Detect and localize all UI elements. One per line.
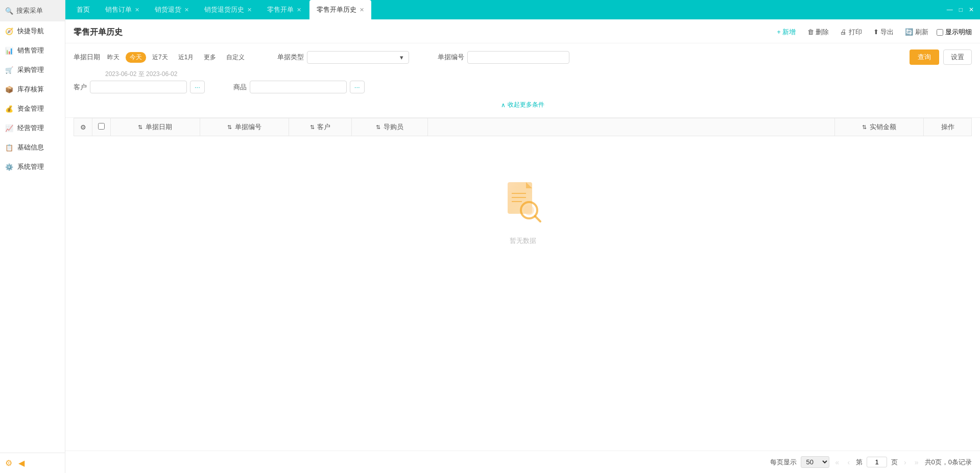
table-date-col[interactable]: 单据日期: [111, 118, 200, 136]
page-first-btn[interactable]: «: [833, 457, 842, 467]
table-settings-col[interactable]: ⚙: [74, 118, 92, 136]
page-unit: 页: [891, 458, 898, 467]
tab-retail-open-history[interactable]: 零售开单历史 ✕: [309, 0, 371, 19]
sidebar-item-quick-nav[interactable]: 🧭 快捷导航: [0, 21, 65, 41]
table-amount-col-label: 实销金额: [870, 123, 896, 131]
print-button[interactable]: 🖨 打印: [837, 26, 865, 39]
sidebar-item-inventory[interactable]: 📦 库存核算: [0, 80, 65, 99]
sidebar-item-sales-mgmt[interactable]: 📊 销售管理: [0, 41, 65, 60]
export-button[interactable]: ⬆ 导出: [870, 26, 897, 39]
table-checkbox-col[interactable]: [92, 118, 111, 136]
tab-sales-return-history[interactable]: 销货退货历史 ✕: [197, 0, 259, 19]
sort-date-icon: [138, 123, 144, 131]
table-settings-icon[interactable]: ⚙: [80, 123, 86, 131]
sort-customer-icon: [310, 123, 316, 131]
sidebar-item-operations[interactable]: 📈 经营管理: [0, 118, 65, 138]
settings-button[interactable]: 设置: [943, 49, 972, 65]
page-next-btn[interactable]: ›: [902, 457, 909, 467]
date-filter: 单据日期 昨天 今天 近7天 近1月 更多 自定义: [74, 52, 249, 63]
purchase-icon: 🛒: [5, 66, 13, 74]
table-container: ⚙ 单据日期 单据编号: [65, 118, 980, 451]
tab-sales-return-close-icon[interactable]: ✕: [184, 7, 189, 13]
show-detail-checkbox-row[interactable]: 显示明细: [937, 28, 972, 37]
sidebar-item-system[interactable]: ⚙️ 系统管理: [0, 157, 65, 177]
delete-button[interactable]: 🗑 删除: [804, 26, 832, 39]
date-1month-btn[interactable]: 近1月: [174, 52, 198, 63]
table-number-col[interactable]: 单据编号: [200, 118, 289, 136]
tab-sales-order-close-icon[interactable]: ✕: [135, 7, 139, 13]
table-customer-col-label: 客户: [317, 123, 330, 131]
window-maximize-icon[interactable]: □: [957, 5, 965, 14]
table-amount-col[interactable]: 实销金额: [834, 118, 924, 136]
table-select-all-checkbox[interactable]: [98, 123, 105, 130]
pagination: 每页显示 50 10 20 100 « ‹ 第 页 › » 共0页，0条记录: [65, 451, 980, 473]
number-filter-label: 单据编号: [438, 53, 464, 62]
filter-row-1: 单据日期 昨天 今天 近7天 近1月 更多 自定义 单据类型 ▾: [74, 49, 972, 65]
chevron-up-icon: ∧: [501, 102, 506, 109]
sort-number-icon: [227, 123, 233, 131]
number-filter-input[interactable]: [467, 51, 569, 64]
table-action-col-label: 操作: [941, 123, 954, 131]
sidebar-search[interactable]: 🔍 搜索采单: [0, 0, 65, 21]
refresh-button[interactable]: 🔄 刷新: [902, 26, 931, 39]
customer-filter-label: 客户: [74, 83, 87, 92]
product-filter-label: 商品: [233, 83, 247, 92]
window-minimize-icon[interactable]: —: [945, 5, 955, 14]
tab-retail-open-close-icon[interactable]: ✕: [297, 7, 301, 13]
tab-sales-return[interactable]: 销货退货 ✕: [148, 0, 196, 19]
tab-sales-order-label: 销售订单: [105, 5, 132, 14]
date-filter-label: 单据日期: [74, 53, 100, 62]
tab-sales-return-history-label: 销货退货历史: [204, 5, 244, 14]
sidebar-search-label: 搜索采单: [16, 6, 43, 15]
sales-icon: 📊: [5, 47, 13, 55]
empty-icon: [497, 177, 548, 228]
sidebar-item-purchase-mgmt[interactable]: 🛒 采购管理: [0, 60, 65, 80]
page-label-di: 第: [856, 458, 863, 467]
tab-sales-return-history-close-icon[interactable]: ✕: [247, 7, 252, 13]
sidebar-item-label: 快捷导航: [17, 27, 44, 36]
sidebar-item-label: 经营管理: [17, 123, 44, 133]
customer-filter: 客户 ···: [74, 81, 205, 93]
tab-home[interactable]: 首页: [69, 0, 97, 19]
table-salesperson-col[interactable]: 导购员: [351, 118, 427, 136]
sidebar-item-finance[interactable]: 💰 资金管理: [0, 99, 65, 118]
query-button[interactable]: 查询: [910, 49, 939, 65]
total-text: 共0页，0条记录: [925, 458, 972, 467]
page-number-input[interactable]: [867, 457, 887, 467]
tab-retail-open-history-close-icon[interactable]: ✕: [360, 7, 364, 13]
date-more-btn[interactable]: 更多: [200, 52, 220, 63]
product-filter-input[interactable]: [250, 81, 347, 93]
customer-filter-input[interactable]: [90, 81, 187, 93]
table-customer-col[interactable]: 客户: [289, 118, 352, 136]
page-last-btn[interactable]: »: [913, 457, 921, 467]
per-page-select[interactable]: 50 10 20 100: [801, 456, 829, 468]
main-area: 首页 销售订单 ✕ 销货退货 ✕ 销货退货历史 ✕ 零售开单 ✕ 零售开单历史 …: [65, 0, 980, 473]
tab-retail-open[interactable]: 零售开单 ✕: [260, 0, 308, 19]
date-custom-btn[interactable]: 自定义: [222, 52, 249, 63]
customer-dots-btn[interactable]: ···: [190, 81, 205, 93]
product-dots-btn[interactable]: ···: [350, 81, 365, 93]
data-table: ⚙ 单据日期 单据编号: [74, 118, 972, 286]
date-yesterday-btn[interactable]: 昨天: [103, 52, 124, 63]
window-close-icon[interactable]: ✕: [967, 5, 976, 14]
sidebar-item-basic-info[interactable]: 📋 基础信息: [0, 138, 65, 157]
sidebar-item-label: 采购管理: [17, 65, 44, 74]
number-filter: 单据编号: [438, 51, 569, 64]
empty-state-text: 暂无数据: [510, 236, 536, 245]
type-select-chevron-icon: ▾: [400, 54, 403, 61]
table-salesperson-col-label: 导购员: [384, 123, 403, 131]
show-detail-checkbox[interactable]: [937, 29, 943, 36]
sidebar-bottom: ⚙ ◀: [0, 453, 65, 473]
type-select[interactable]: ▾: [307, 51, 409, 64]
inventory-icon: 📦: [5, 86, 13, 93]
system-icon: ⚙️: [5, 163, 13, 171]
collapse-sidebar-icon[interactable]: ◀: [18, 458, 25, 468]
add-button[interactable]: + 新增: [774, 26, 799, 39]
date-7days-btn[interactable]: 近7天: [148, 52, 172, 63]
settings-gear-icon[interactable]: ⚙: [5, 458, 12, 468]
date-today-btn[interactable]: 今天: [126, 52, 146, 63]
collapse-filter-btn[interactable]: ∧ 收起更多条件: [74, 98, 972, 111]
tab-sales-order[interactable]: 销售订单 ✕: [98, 0, 147, 19]
page-prev-btn[interactable]: ‹: [845, 457, 852, 467]
table-number-col-label: 单据编号: [235, 123, 261, 131]
